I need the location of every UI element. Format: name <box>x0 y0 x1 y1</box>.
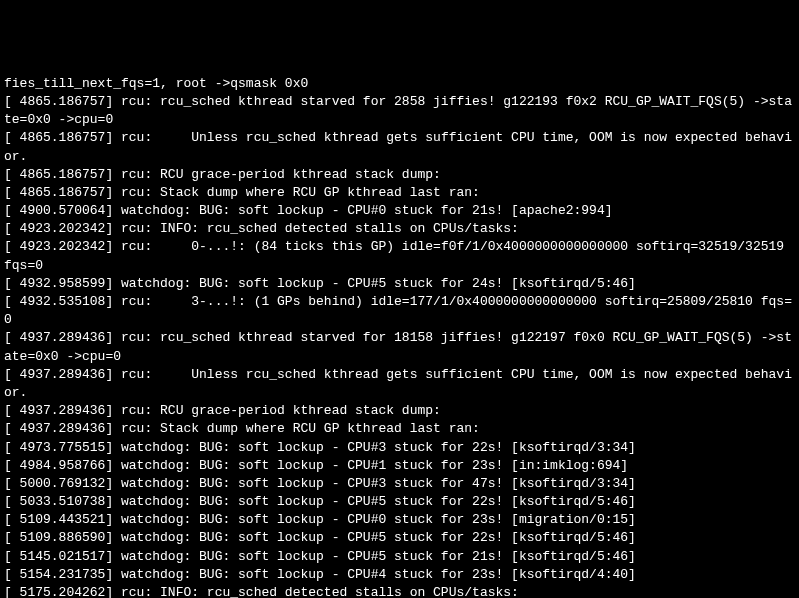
log-line: [ 4865.186757] rcu: Unless rcu_sched kth… <box>4 129 795 165</box>
log-line: [ 5000.769132] watchdog: BUG: soft locku… <box>4 475 795 493</box>
log-line: [ 5175.204262] rcu: INFO: rcu_sched dete… <box>4 584 795 598</box>
log-line: [ 4865.186757] rcu: RCU grace-period kth… <box>4 166 795 184</box>
log-line: [ 4937.289436] rcu: RCU grace-period kth… <box>4 402 795 420</box>
log-line: [ 4865.186757] rcu: rcu_sched kthread st… <box>4 93 795 129</box>
log-line: [ 4923.202342] rcu: INFO: rcu_sched dete… <box>4 220 795 238</box>
log-line: [ 4937.289436] rcu: Stack dump where RCU… <box>4 420 795 438</box>
log-line: [ 5145.021517] watchdog: BUG: soft locku… <box>4 548 795 566</box>
log-line: fies_till_next_fqs=1, root ->qsmask 0x0 <box>4 75 795 93</box>
log-line: [ 4984.958766] watchdog: BUG: soft locku… <box>4 457 795 475</box>
log-line: [ 4900.570064] watchdog: BUG: soft locku… <box>4 202 795 220</box>
log-line: [ 4937.289436] rcu: rcu_sched kthread st… <box>4 329 795 365</box>
log-line: [ 5154.231735] watchdog: BUG: soft locku… <box>4 566 795 584</box>
log-line: [ 5033.510738] watchdog: BUG: soft locku… <box>4 493 795 511</box>
log-line: [ 4973.775515] watchdog: BUG: soft locku… <box>4 439 795 457</box>
log-line: [ 5109.443521] watchdog: BUG: soft locku… <box>4 511 795 529</box>
log-line: [ 4937.289436] rcu: Unless rcu_sched kth… <box>4 366 795 402</box>
terminal-output: fies_till_next_fqs=1, root ->qsmask 0x0[… <box>4 75 795 598</box>
log-line: [ 4865.186757] rcu: Stack dump where RCU… <box>4 184 795 202</box>
log-line: [ 4923.202342] rcu: 0-...!: (84 ticks th… <box>4 238 795 274</box>
log-line: [ 4932.535108] rcu: 3-...!: (1 GPs behin… <box>4 293 795 329</box>
log-line: [ 4932.958599] watchdog: BUG: soft locku… <box>4 275 795 293</box>
log-line: [ 5109.886590] watchdog: BUG: soft locku… <box>4 529 795 547</box>
